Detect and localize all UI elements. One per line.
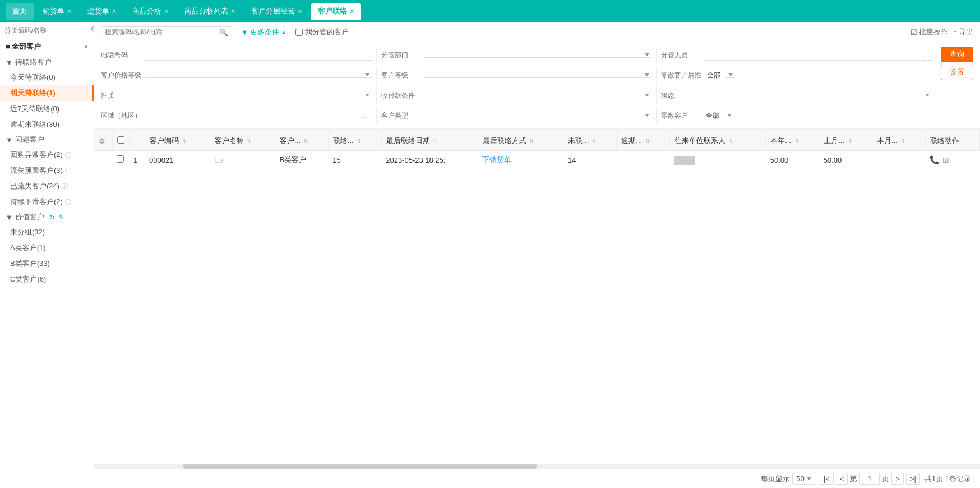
my-customers-checkbox[interactable] bbox=[295, 29, 303, 36]
grid-icon[interactable]: ⊞ bbox=[942, 155, 949, 164]
nav-sales[interactable]: 销货单 ✕ bbox=[36, 3, 78, 20]
toolbar-right: ☑ 批量操作 ↑ 导出 bbox=[910, 27, 974, 37]
filter-btn[interactable]: ▼ 更多条件 ▲ bbox=[238, 26, 290, 38]
filter-price-level: 客户价格等级 bbox=[101, 71, 372, 80]
sort-icon: ⇅ bbox=[729, 138, 733, 144]
page-label: 第 bbox=[850, 474, 857, 484]
my-customers-checkbox-wrap: 我分管的客户 bbox=[295, 27, 349, 37]
batch-op-btn[interactable]: ☑ 批量操作 bbox=[910, 27, 948, 37]
col-history-contact[interactable]: 往来单位联系人 ⇅ bbox=[670, 131, 766, 151]
filter-payment-select[interactable] bbox=[424, 93, 652, 98]
close-icon[interactable]: ✕ bbox=[164, 8, 169, 15]
nav-purchase[interactable]: 进货单 ✕ bbox=[81, 3, 123, 20]
page-input[interactable] bbox=[859, 473, 880, 485]
sidebar-item-c-class[interactable]: C类客户(6) bbox=[0, 271, 94, 287]
sidebar-item-churned[interactable]: 已流失客户(24) ⓘ bbox=[0, 178, 94, 194]
nav-goods-analysis[interactable]: 商品分析 ✕ bbox=[126, 3, 175, 20]
cell-checkbox bbox=[112, 151, 129, 169]
col-overdue[interactable]: 逾期... ⇅ bbox=[617, 131, 670, 151]
col-contact-count[interactable]: 联络... ⇅ bbox=[328, 131, 381, 151]
nav-customer-layer[interactable]: 客户分层经营 ✕ bbox=[244, 3, 309, 20]
sidebar-item-churn-warning[interactable]: 流失预警客户(3) ⓘ bbox=[0, 163, 94, 178]
filter-nature: 性质 bbox=[101, 91, 372, 100]
col-settings[interactable]: ⚙ bbox=[94, 131, 112, 151]
export-btn[interactable]: ↑ 导出 bbox=[954, 27, 974, 37]
horizontal-scrollbar[interactable] bbox=[94, 464, 980, 469]
sidebar-item-ungrouped[interactable]: 未分组(32) bbox=[0, 224, 94, 240]
search-input[interactable] bbox=[105, 28, 217, 36]
filter-customer-type: 客户类型 bbox=[381, 111, 652, 121]
sort-icon: ⇅ bbox=[794, 138, 799, 144]
nav-goods-analysis-list[interactable]: 商品分析列表 ✕ bbox=[178, 3, 242, 20]
col-checkbox bbox=[112, 131, 129, 151]
prev-page-btn[interactable]: < bbox=[836, 473, 848, 485]
filter-person-select[interactable]: … bbox=[704, 49, 932, 61]
col-this-month[interactable]: 本月... ⇅ bbox=[872, 131, 926, 151]
col-type[interactable]: 客户... ⇅ bbox=[275, 131, 328, 151]
phone-icon[interactable]: 📞 bbox=[930, 155, 939, 164]
close-icon[interactable]: ✕ bbox=[230, 8, 235, 15]
col-last-method[interactable]: 最后联络方式 ⇅ bbox=[478, 131, 563, 151]
filter-customer-level: 客户等级 bbox=[381, 71, 652, 80]
filter-status-select[interactable] bbox=[704, 93, 932, 98]
filter-retail-customer-select[interactable] bbox=[725, 113, 734, 118]
cell-action: 📞 ⊞ bbox=[925, 151, 979, 169]
col-last-date[interactable]: 最后联络日期 ⇅ bbox=[381, 131, 478, 151]
sort-icon: ⇅ bbox=[303, 138, 308, 144]
info-icon: ⓘ bbox=[62, 182, 68, 191]
chevron-down-icon bbox=[365, 94, 369, 96]
filter-buttons: 查询 设置 bbox=[941, 47, 973, 124]
filter-customer-level-select[interactable] bbox=[424, 72, 652, 78]
gear-icon[interactable]: ⚙ bbox=[99, 137, 105, 145]
cell-last-method[interactable]: 下销货单 bbox=[478, 151, 563, 169]
filter-payment-label: 收付款条件 bbox=[381, 91, 420, 100]
sidebar-all-customers[interactable]: ■ 全部客户 « bbox=[0, 38, 94, 55]
select-all-checkbox[interactable] bbox=[117, 136, 124, 144]
col-not-contacted[interactable]: 未联... ⇅ bbox=[563, 131, 617, 151]
col-code[interactable]: 客户编码 ⇅ bbox=[145, 131, 210, 151]
filter-region-select[interactable]: … bbox=[145, 110, 372, 121]
row-checkbox[interactable] bbox=[117, 155, 124, 163]
cell-type: B类客户 bbox=[275, 151, 328, 169]
cell-contact-count: 15 bbox=[328, 151, 381, 169]
sidebar-item-overdue[interactable]: 逾期未联络(30) bbox=[0, 117, 94, 132]
close-icon[interactable]: ✕ bbox=[112, 8, 117, 15]
nav-customer-contact[interactable]: 客户联络 ✕ bbox=[311, 3, 361, 20]
filter-nature-select[interactable] bbox=[144, 93, 372, 98]
filter-customer-type-select[interactable] bbox=[424, 113, 652, 118]
last-method-link[interactable]: 下销货单 bbox=[482, 155, 511, 164]
close-icon[interactable]: ✕ bbox=[349, 8, 354, 15]
edit-icon[interactable]: ✎ bbox=[58, 213, 64, 222]
sidebar-item-7days[interactable]: 近7天待联络(0) bbox=[0, 101, 94, 117]
col-name[interactable]: 客户名称 ⇅ bbox=[210, 131, 275, 151]
col-last-month[interactable]: 上月... ⇅ bbox=[819, 131, 872, 151]
filter-retail-attr: 零散客户属性 全部 bbox=[661, 71, 932, 80]
page-size-select[interactable]: 50 bbox=[792, 473, 815, 485]
close-icon[interactable]: ✕ bbox=[67, 8, 72, 15]
sidebar-item-b-class[interactable]: B类客户(33) bbox=[0, 256, 94, 271]
sidebar-item-tomorrow[interactable]: 明天待联络(1) bbox=[0, 85, 94, 101]
cell-this-month bbox=[872, 151, 926, 169]
refresh-icon[interactable]: ↻ bbox=[49, 213, 55, 222]
next-page-btn[interactable]: > bbox=[891, 473, 904, 485]
nav-home[interactable]: 首页 bbox=[6, 3, 34, 20]
sidebar-item-abnormal[interactable]: 回购异常客户(2) ⓘ bbox=[0, 147, 94, 163]
settings-button[interactable]: 设置 bbox=[941, 65, 973, 80]
nav-goods-analysis-list-label: 商品分析列表 bbox=[184, 6, 228, 16]
col-this-year[interactable]: 本年... ⇅ bbox=[766, 131, 819, 151]
query-button[interactable]: 查询 bbox=[941, 47, 973, 62]
search-icon[interactable]: 🔍 bbox=[219, 28, 228, 36]
first-page-btn[interactable]: |< bbox=[820, 473, 834, 485]
sidebar-item-today[interactable]: 今天待联络(0) bbox=[0, 70, 94, 85]
filter-retail-attr-select[interactable] bbox=[726, 72, 735, 78]
close-icon[interactable]: ✕ bbox=[297, 8, 302, 15]
sidebar-item-a-class[interactable]: A类客户(1) bbox=[0, 240, 94, 256]
filter-dept-select[interactable] bbox=[424, 52, 652, 58]
sidebar-item-declining[interactable]: 持续下滑客户(2) ⓘ bbox=[0, 194, 94, 210]
filter-phone-input[interactable] bbox=[144, 50, 372, 61]
sort-icon: ⇅ bbox=[592, 138, 597, 144]
filter-price-level-select[interactable] bbox=[145, 72, 372, 78]
scrollbar-thumb[interactable] bbox=[183, 464, 537, 469]
sidebar-search-input[interactable] bbox=[4, 26, 89, 34]
last-page-btn[interactable]: >| bbox=[906, 473, 920, 485]
